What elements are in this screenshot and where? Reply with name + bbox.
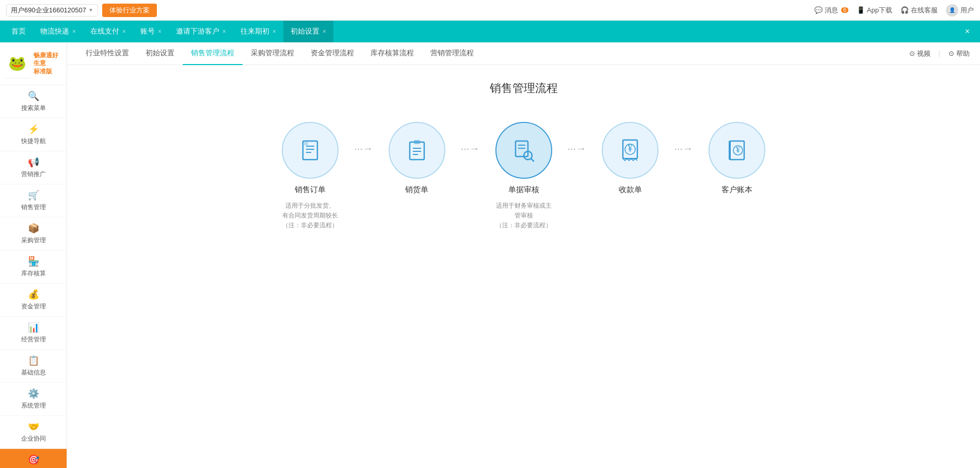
- nav-item-首页[interactable]: 首页: [4, 21, 33, 42]
- header-right: 💬 消息 6 📱 App下载 🎧 在线客服 👤 用户: [814, 4, 974, 17]
- flow-title-sales-slip: 销货单: [405, 185, 428, 195]
- video-link[interactable]: ⊙ 视频: [909, 49, 930, 58]
- avatar: 👤: [946, 4, 958, 17]
- marketing-promo-icon: 📢: [28, 157, 39, 168]
- flow-item-sales-order[interactable]: 销售订单适用于分批发货、 有合同发货周期较长 （注：非必要流程）: [264, 122, 357, 231]
- enterprise-coop-icon: 🤝: [28, 421, 39, 432]
- page-content: 销售管理流程 销售订单适用于分批发货、 有合同发货周期较长 （注：非必要流程）·…: [67, 65, 980, 246]
- nav-close-icon[interactable]: ×: [222, 28, 226, 35]
- flow-item-sales-slip[interactable]: 销货单: [371, 122, 463, 195]
- sidebar-label-marketing-promo: 营销推广: [21, 170, 46, 179]
- subtab-marketing-flow[interactable]: 营销管理流程: [422, 42, 482, 65]
- logo-icon: 🐸: [4, 49, 30, 79]
- sidebar-item-quick-nav[interactable]: ⚡快捷导航: [0, 118, 67, 151]
- sub-tabs: 行业特性设置初始设置销售管理流程采购管理流程资金管理流程库存核算流程营销管理流程…: [67, 42, 980, 65]
- flow-title-sales-order: 销售订单: [295, 185, 326, 195]
- video-label: 视频: [917, 49, 930, 58]
- subtab-industry[interactable]: 行业特性设置: [77, 42, 137, 65]
- subtab-initial[interactable]: 初始设置: [137, 42, 183, 65]
- sales-mgmt-icon: 🛒: [28, 190, 39, 201]
- help-label: 帮助: [956, 49, 970, 58]
- subtab-inventory-flow[interactable]: 库存核算流程: [362, 42, 422, 65]
- sidebar-label-enterprise-coop: 企业协同: [21, 434, 46, 443]
- nav-item-初始设置[interactable]: 初始设置 ×: [283, 21, 333, 42]
- sidebar-item-ops-mgmt[interactable]: 📊经营管理: [0, 317, 67, 350]
- sidebar-label-sys-mgmt: 系统管理: [21, 401, 46, 410]
- sidebar-item-search[interactable]: 🔍搜索菜单: [0, 85, 67, 118]
- message-label: 消息: [825, 6, 838, 15]
- sidebar-item-fund-mgmt[interactable]: 💰资金管理: [0, 284, 67, 317]
- nav-item-在线支付[interactable]: 在线支付 ×: [83, 21, 133, 42]
- user-selector-text: 用户690企业1660120507: [11, 6, 86, 15]
- message-icon: 💬: [814, 6, 823, 14]
- flow-circle-doc-audit: [495, 122, 552, 179]
- user-selector[interactable]: 用户690企业1660120507 ▼: [6, 4, 98, 17]
- nav-item-账号[interactable]: 账号 ×: [133, 21, 169, 42]
- online-service-item[interactable]: 🎧 在线客服: [901, 6, 938, 15]
- sidebar-item-basic-info[interactable]: 📋基础信息: [0, 350, 67, 383]
- main-layout: 🐸 畅康通好生意 标准版 🔍搜索菜单⚡快捷导航📢营销推广🛒销售管理📦采购管理🏪库…: [0, 42, 980, 468]
- user-avatar-item[interactable]: 👤 用户: [946, 4, 974, 17]
- svg-rect-6: [414, 140, 420, 144]
- inventory-icon: 🏪: [28, 256, 39, 267]
- headset-icon: 🎧: [901, 6, 909, 14]
- header-left: 用户690企业1660120507 ▼ 体验行业方案: [6, 4, 157, 17]
- app-download-item[interactable]: 📱 App下载: [857, 6, 892, 15]
- subtab-purchase-flow[interactable]: 采购管理流程: [243, 42, 302, 65]
- logo-text: 畅康通好生意 标准版: [34, 52, 62, 76]
- nav-item-邀请下游客户[interactable]: 邀请下游客户 ×: [169, 21, 233, 42]
- page-title: 销售管理流程: [88, 81, 959, 96]
- nav-bar: 首页物流快递 ×在线支付 ×账号 ×邀请下游客户 ×往来期初 ×初始设置 × ×: [0, 21, 980, 42]
- svg-text:¥: ¥: [736, 145, 740, 154]
- subtab-fund-flow[interactable]: 资金管理流程: [302, 42, 362, 65]
- sidebar-item-new-guide[interactable]: 🎯新手引导: [0, 449, 67, 468]
- help-link[interactable]: ⊙ 帮助: [949, 49, 970, 58]
- video-icon: ⊙: [909, 50, 915, 57]
- flow-circle-sales-slip: [389, 122, 445, 179]
- svg-rect-4: [304, 142, 308, 145]
- nav-item-物流快递[interactable]: 物流快递 ×: [33, 21, 83, 42]
- nav-items: 首页物流快递 ×在线支付 ×账号 ×邀请下游客户 ×往来期初 ×初始设置 ×: [4, 21, 333, 42]
- nav-close-button[interactable]: ×: [959, 27, 976, 36]
- flow-chart: 销售订单适用于分批发货、 有合同发货周期较长 （注：非必要流程）···→ 销货单…: [88, 122, 959, 231]
- sidebar-label-inventory: 库存核算: [21, 269, 46, 278]
- flow-item-receipt[interactable]: ¥ 收款单: [584, 122, 677, 195]
- flow-title-customer-ledger: 客户账本: [721, 185, 752, 195]
- online-service-label: 在线客服: [911, 6, 938, 15]
- sidebar-item-inventory[interactable]: 🏪库存核算: [0, 251, 67, 284]
- sidebar-item-marketing-promo[interactable]: 📢营销推广: [0, 151, 67, 184]
- sidebar-item-sales-mgmt[interactable]: 🛒销售管理: [0, 184, 67, 217]
- sidebar-item-sys-mgmt[interactable]: ⚙️系统管理: [0, 383, 67, 416]
- app-download-label: App下载: [867, 6, 892, 15]
- flow-desc-sales-order: 适用于分批发货、 有合同发货周期较长 （注：非必要流程）: [282, 201, 338, 231]
- quick-nav-icon: ⚡: [28, 123, 39, 135]
- sidebar-label-ops-mgmt: 经营管理: [21, 335, 46, 344]
- subtab-sales-flow[interactable]: 销售管理流程: [183, 42, 243, 65]
- nav-close-icon[interactable]: ×: [323, 28, 326, 35]
- sidebar: 🐸 畅康通好生意 标准版 🔍搜索菜单⚡快捷导航📢营销推广🛒销售管理📦采购管理🏪库…: [0, 42, 67, 468]
- flow-desc-doc-audit: 适用于财务审核或主 管审核 （注：非必要流程）: [496, 201, 552, 231]
- sidebar-item-enterprise-coop[interactable]: 🤝企业协同: [0, 416, 67, 449]
- sidebar-label-purchase-mgmt: 采购管理: [21, 236, 46, 245]
- nav-close-icon[interactable]: ×: [272, 28, 276, 35]
- flow-circle-customer-ledger: ¥: [709, 122, 765, 179]
- sidebar-item-purchase-mgmt[interactable]: 📦采购管理: [0, 217, 67, 251]
- top-header: 用户690企业1660120507 ▼ 体验行业方案 💬 消息 6 📱 App下…: [0, 0, 980, 21]
- sidebar-label-fund-mgmt: 资金管理: [21, 302, 46, 311]
- search-icon: 🔍: [28, 90, 39, 102]
- message-item[interactable]: 💬 消息 6: [814, 6, 848, 15]
- nav-close-icon[interactable]: ×: [158, 28, 162, 35]
- flow-circle-sales-order: [282, 122, 339, 179]
- nav-item-往来期初[interactable]: 往来期初 ×: [233, 21, 283, 42]
- nav-close-icon[interactable]: ×: [122, 28, 126, 35]
- experience-button[interactable]: 体验行业方案: [102, 4, 157, 17]
- flow-item-doc-audit[interactable]: 单据审核适用于财务审核或主 管审核 （注：非必要流程）: [477, 122, 570, 231]
- flow-title-doc-audit: 单据审核: [508, 185, 539, 195]
- sidebar-label-sales-mgmt: 销售管理: [21, 203, 46, 212]
- sidebar-items-container: 🔍搜索菜单⚡快捷导航📢营销推广🛒销售管理📦采购管理🏪库存核算💰资金管理📊经营管理…: [0, 85, 67, 468]
- flow-title-receipt: 收款单: [619, 185, 642, 195]
- new-guide-icon: 🎯: [28, 454, 39, 465]
- divider: |: [939, 50, 940, 57]
- flow-item-customer-ledger[interactable]: ¥ 客户账本: [690, 122, 783, 195]
- nav-close-icon[interactable]: ×: [72, 28, 76, 35]
